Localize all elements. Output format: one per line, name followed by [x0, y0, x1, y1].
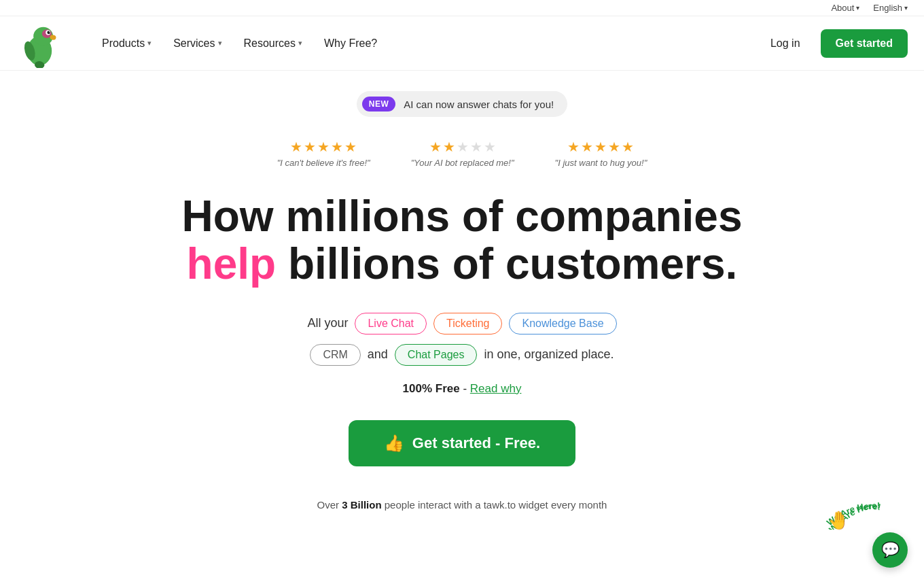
stars-1: ★ ★ ★ ★ ★	[290, 139, 357, 155]
nav-products[interactable]: Products ▾	[92, 32, 161, 55]
stat-suffix: people interact with a tawk.to widget ev…	[385, 499, 607, 511]
chat-widget: We Are Here! We Are Here! 🤚 💬	[826, 492, 908, 538]
cta-button[interactable]: 👍 Get started - Free.	[349, 420, 575, 466]
resources-label: Resources	[244, 37, 296, 50]
tags-line-2: CRM and Chat Pages in one, organized pla…	[310, 344, 614, 366]
review-item-2: ★ ★ ★ ★ ★ "Your AI bot replaced me!"	[411, 139, 514, 168]
nav-right: Log in Get started	[761, 29, 908, 58]
star-filled: ★	[317, 139, 330, 155]
hero-section: NEW AI can now answer chats for you! ★ ★…	[0, 71, 924, 538]
nav-services[interactable]: Services ▾	[164, 32, 231, 55]
stars-2: ★ ★ ★ ★ ★	[429, 139, 496, 155]
heading-line1: How millions of companies	[182, 192, 743, 241]
logo[interactable]	[16, 19, 65, 68]
nav-resources[interactable]: Resources ▾	[234, 32, 312, 55]
stat-bold: 3 Billion	[342, 499, 381, 511]
review-text-3: "I just want to hug you!"	[555, 158, 647, 168]
tags-section: All your Live Chat Ticketing Knowledge B…	[307, 313, 616, 366]
star-filled: ★	[581, 139, 593, 155]
free-text: 100% Free - Read why	[403, 382, 522, 396]
star-empty: ★	[470, 139, 482, 155]
star-filled: ★	[429, 139, 442, 155]
svg-point-5	[49, 31, 50, 32]
review-item-3: ★ ★ ★ ★ ★ "I just want to hug you!"	[555, 139, 647, 168]
whyfree-label: Why Free?	[324, 37, 377, 50]
review-text-2: "Your AI bot replaced me!"	[411, 158, 514, 168]
svg-point-4	[47, 31, 50, 34]
star-filled: ★	[608, 139, 620, 155]
language-menu[interactable]: English ▾	[873, 3, 908, 13]
top-bar: About ▾ English ▾	[0, 0, 924, 16]
knowledge-base-tag: Knowledge Base	[509, 313, 616, 334]
star-filled: ★	[594, 139, 607, 155]
star-filled: ★	[567, 139, 580, 155]
services-label: Services	[173, 37, 215, 50]
new-badge: NEW	[362, 97, 396, 111]
star-filled: ★	[622, 139, 634, 155]
resources-chevron-icon: ▾	[298, 39, 302, 48]
suffix-text: in one, organized place.	[484, 347, 614, 362]
star-empty: ★	[457, 139, 469, 155]
heading-line2: billions of customers.	[288, 239, 737, 288]
star-filled: ★	[344, 139, 357, 155]
stars-3: ★ ★ ★ ★ ★	[567, 139, 634, 155]
language-label: English	[873, 3, 902, 13]
about-label: About	[831, 3, 854, 13]
nav-whyfree[interactable]: Why Free?	[315, 32, 387, 55]
heading-highlight: help	[187, 239, 277, 288]
free-label: 100% Free	[403, 382, 460, 395]
wave-hand-icon: 🤚	[828, 510, 849, 531]
get-started-nav-label: Get started	[836, 37, 893, 49]
star-filled: ★	[290, 139, 302, 155]
nav-links: Products ▾ Services ▾ Resources ▾ Why Fr…	[92, 32, 761, 55]
login-button[interactable]: Log in	[761, 32, 810, 55]
review-item-1: ★ ★ ★ ★ ★ "I can't believe it's free!"	[277, 139, 370, 168]
thumbs-up-icon: 👍	[384, 434, 404, 453]
and-text: and	[368, 347, 388, 362]
review-text-1: "I can't believe it's free!"	[277, 158, 370, 168]
products-chevron-icon: ▾	[147, 39, 152, 48]
cta-label: Get started - Free.	[412, 434, 540, 452]
about-menu[interactable]: About ▾	[831, 3, 859, 13]
banner-text: AI can now answer chats for you!	[404, 99, 554, 110]
about-chevron-icon: ▾	[856, 4, 859, 12]
separator: -	[463, 382, 469, 395]
services-chevron-icon: ▾	[218, 39, 222, 48]
all-your-text: All your	[307, 316, 348, 330]
get-started-nav-button[interactable]: Get started	[821, 29, 908, 58]
star-filled: ★	[331, 139, 343, 155]
stat-prefix: Over	[317, 499, 340, 511]
products-label: Products	[102, 37, 145, 50]
login-label: Log in	[770, 37, 800, 49]
chat-pages-tag: Chat Pages	[395, 344, 478, 366]
navbar: Products ▾ Services ▾ Resources ▾ Why Fr…	[0, 16, 924, 71]
language-chevron-icon: ▾	[904, 4, 908, 12]
ticketing-tag: Ticketing	[433, 313, 502, 334]
hero-heading: How millions of companies help billions …	[182, 192, 743, 288]
crm-tag: CRM	[310, 344, 360, 366]
chat-bubble-button[interactable]: 💬	[872, 532, 908, 538]
new-ai-banner[interactable]: NEW AI can now answer chats for you!	[357, 91, 567, 117]
star-empty: ★	[484, 139, 496, 155]
live-chat-tag: Live Chat	[355, 313, 427, 334]
read-why-link[interactable]: Read why	[470, 382, 522, 395]
tags-line-1: All your Live Chat Ticketing Knowledge B…	[307, 313, 616, 334]
star-filled: ★	[443, 139, 455, 155]
stat-text: Over 3 Billion people interact with a ta…	[317, 499, 607, 511]
logo-icon	[16, 19, 65, 68]
reviews-row: ★ ★ ★ ★ ★ "I can't believe it's free!" ★…	[277, 139, 647, 168]
star-filled: ★	[304, 139, 316, 155]
